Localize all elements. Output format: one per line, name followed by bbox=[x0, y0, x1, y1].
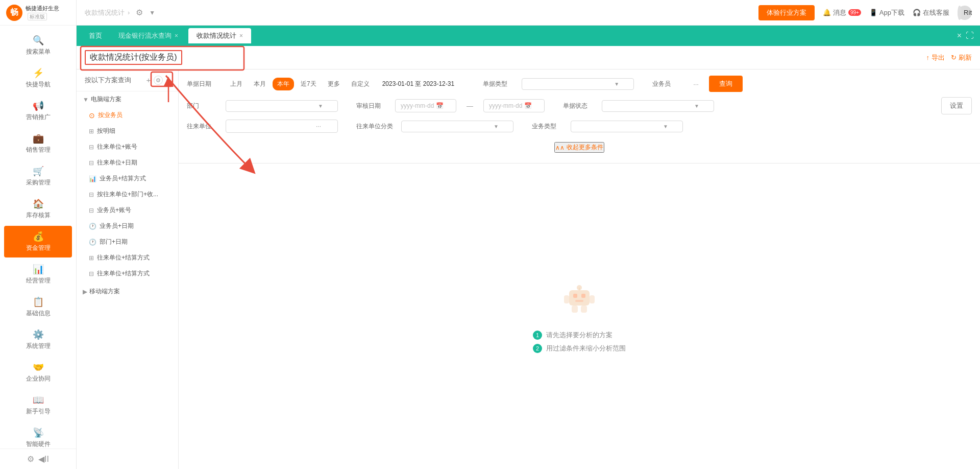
review-date-label: 审核日期 bbox=[356, 102, 387, 110]
sidebar-item-smarthw[interactable]: 📡 智能硬件 bbox=[4, 422, 72, 449]
tree-section-mobile[interactable]: ▶ 移动端方案 bbox=[77, 284, 178, 299]
tab-collection-close[interactable]: × bbox=[239, 32, 243, 39]
date-tab-more[interactable]: 更多 bbox=[323, 78, 345, 90]
notification-label: 消息 bbox=[833, 8, 846, 17]
sidebar-item-label: 经营管理 bbox=[26, 276, 51, 285]
sidebar-item-quicknav[interactable]: ⚡ 快捷导航 bbox=[4, 62, 72, 94]
sidebar-item-enterprise[interactable]: 🤝 企业协同 bbox=[4, 357, 72, 388]
hint-item-2: 2 用过滤条件来缩小分析范围 bbox=[533, 342, 626, 355]
sidebar-settings-btn[interactable]: ⚙ bbox=[27, 454, 34, 464]
system-icon: ⚙️ bbox=[33, 329, 44, 340]
window-close-icon[interactable]: × bbox=[957, 31, 962, 40]
review-date-from-text: yyyy-mm-dd bbox=[401, 102, 434, 109]
date-tabs: 上月 本月 本年 近7天 更多 自定义 bbox=[226, 78, 374, 90]
dept-select[interactable]: ▼ bbox=[226, 100, 338, 112]
tree-item-label: 往来单位+日期 bbox=[97, 158, 137, 167]
counterpart-cat-select[interactable]: ▼ bbox=[401, 121, 513, 132]
hint-text-1: 请先选择要分析的方案 bbox=[546, 329, 612, 342]
tree-section-label-mobile: 移动端方案 bbox=[89, 287, 120, 296]
sidebar-item-label: 系统管理 bbox=[26, 342, 51, 350]
sidebar-item-label: 快捷导航 bbox=[26, 80, 51, 89]
tree-item-icon: 🕐 bbox=[89, 239, 96, 246]
sidebar-item-guide[interactable]: 📖 新手引导 bbox=[4, 389, 72, 421]
refresh-btn[interactable]: ↻ 刷新 bbox=[951, 53, 972, 62]
docstatus-label: 单据状态 bbox=[563, 102, 594, 110]
date-tab-this-year[interactable]: 本年 bbox=[273, 78, 294, 90]
biztype-select[interactable]: ▼ bbox=[571, 121, 683, 132]
tree-section-desktop[interactable]: ▼ 电脑端方案 bbox=[77, 91, 178, 107]
docstatus-chevron: ▼ bbox=[694, 103, 699, 109]
notification-btn[interactable]: 🔔 消息 99+ bbox=[823, 8, 861, 17]
app-download-btn[interactable]: 📱 App下载 bbox=[869, 8, 904, 17]
date-tab-last-month[interactable]: 上月 bbox=[226, 78, 247, 90]
sidebar-item-purchase[interactable]: 🛒 采购管理 bbox=[4, 160, 72, 192]
sales-icon: 💼 bbox=[33, 133, 44, 144]
guide-icon: 📖 bbox=[33, 394, 44, 406]
scheme-settings-btn[interactable]: ⚙ bbox=[154, 76, 163, 85]
online-service-btn[interactable]: 🎧 在线客服 bbox=[913, 8, 949, 17]
tree-item-partner-settlement1[interactable]: ⊞ 往来单位+结算方式 bbox=[77, 250, 178, 266]
demo-btn[interactable]: 体验行业方案 bbox=[758, 5, 815, 20]
tree-section-label: 电脑端方案 bbox=[91, 95, 121, 104]
doctype-label: 单据类型 bbox=[483, 80, 513, 88]
sidebar-item-inventory[interactable]: 🏠 库存核算 bbox=[4, 193, 72, 225]
tree-item-salesperson-settlement[interactable]: 📊 业务员+结算方式 bbox=[77, 171, 178, 186]
tree-item-by-detail[interactable]: ⊞ 按明细 bbox=[77, 123, 178, 139]
salesperson-more-dots[interactable]: ··· bbox=[693, 80, 699, 88]
panel-header: 按以下方案查询 + ⚙ « bbox=[77, 69, 178, 91]
date-tab-7days[interactable]: 近7天 bbox=[296, 78, 321, 90]
window-controls: × ⛶ bbox=[957, 31, 974, 40]
breadcrumb-sep: › bbox=[128, 9, 130, 16]
sidebar-item-search[interactable]: 🔍 搜索菜单 bbox=[4, 30, 72, 61]
docstatus-select[interactable]: ▼ bbox=[602, 100, 714, 112]
tree-item-salesperson-account[interactable]: ⊟ 业务员+账号 bbox=[77, 202, 178, 218]
collapse-btn[interactable]: ∧∧ 收起更多条件 bbox=[554, 142, 604, 153]
sidebar-item-operations[interactable]: 📊 经营管理 bbox=[4, 259, 72, 290]
date-tab-custom[interactable]: 自定义 bbox=[347, 78, 374, 90]
collapse-label: 收起更多条件 bbox=[567, 143, 603, 152]
tab-home[interactable]: 首页 bbox=[83, 28, 108, 43]
user-avatar[interactable]: Rit bbox=[958, 6, 972, 20]
sidebar-item-label: 采购管理 bbox=[26, 178, 51, 187]
settings-btn[interactable]: 设置 bbox=[941, 97, 972, 114]
inventory-icon: 🏠 bbox=[33, 198, 44, 209]
sidebar-item-basicinfo[interactable]: 📋 基础信息 bbox=[4, 291, 72, 323]
sidebar-item-sales[interactable]: 💼 销售管理 bbox=[4, 128, 72, 159]
tree-item-dept-date[interactable]: 🕐 部门+日期 bbox=[77, 234, 178, 250]
tree-item-partner-date[interactable]: ⊟ 往来单位+日期 bbox=[77, 155, 178, 171]
biztype-label: 业务类型 bbox=[532, 122, 562, 131]
review-date-to[interactable]: yyyy-mm-dd 📅 bbox=[483, 99, 545, 112]
tab-bank-flow-close[interactable]: × bbox=[175, 32, 178, 39]
counterpart-more-dots[interactable]: ··· bbox=[316, 123, 321, 130]
date-tab-this-month[interactable]: 本月 bbox=[249, 78, 271, 90]
tab-bank-flow[interactable]: 现金银行流水查询 × bbox=[110, 28, 186, 43]
add-scheme-btn[interactable]: + bbox=[146, 76, 151, 85]
sidebar-item-finance[interactable]: 💰 资金管理 bbox=[4, 226, 72, 257]
tab-collection-stats[interactable]: 收款情况统计 × bbox=[188, 28, 251, 43]
tree-item-icon: 📊 bbox=[89, 175, 96, 182]
sidebar-collapse-btn[interactable]: ◀II bbox=[38, 454, 49, 464]
doctype-select[interactable]: ▼ bbox=[522, 78, 634, 90]
notification-badge: 99+ bbox=[848, 9, 861, 16]
query-btn[interactable]: 查询 bbox=[709, 76, 743, 92]
tree-item-partner-account[interactable]: ⊟ 往来单位+账号 bbox=[77, 139, 178, 155]
counterpart-select[interactable]: ··· bbox=[226, 120, 338, 133]
tree-item-partner-dept[interactable]: ⊟ 按往来单位+部门+收... bbox=[77, 186, 178, 202]
sidebar-logo: 畅 畅捷通好生意 标准版 bbox=[0, 0, 76, 26]
export-btn[interactable]: ↑ 导出 bbox=[926, 53, 945, 62]
topbar-settings-icon[interactable]: ⚙ bbox=[136, 8, 143, 17]
export-icon: ↑ bbox=[926, 54, 930, 61]
window-maximize-icon[interactable]: ⛶ bbox=[966, 31, 974, 40]
tree-item-salesperson-date[interactable]: 🕐 业务员+日期 bbox=[77, 218, 178, 234]
tree-expand-icon: ▼ bbox=[83, 96, 89, 103]
topbar-dropdown-icon[interactable]: ▼ bbox=[149, 9, 155, 16]
sidebar-item-label: 基础信息 bbox=[26, 309, 51, 318]
sidebar-item-marketing[interactable]: 📢 营销推广 bbox=[4, 95, 72, 127]
tree-item-partner-settlement2[interactable]: ⊟ 往来单位+结算方式 bbox=[77, 266, 178, 282]
sidebar-item-system[interactable]: ⚙️ 系统管理 bbox=[4, 324, 72, 356]
panel-collapse-btn[interactable]: « bbox=[166, 76, 170, 85]
tree-item-by-salesperson[interactable]: ⊙ 按业务员 bbox=[77, 107, 178, 123]
sidebar-item-label: 库存核算 bbox=[26, 211, 51, 220]
review-date-from[interactable]: yyyy-mm-dd 📅 bbox=[395, 99, 456, 112]
hint-text-2: 用过滤条件来缩小分析范围 bbox=[546, 342, 626, 355]
